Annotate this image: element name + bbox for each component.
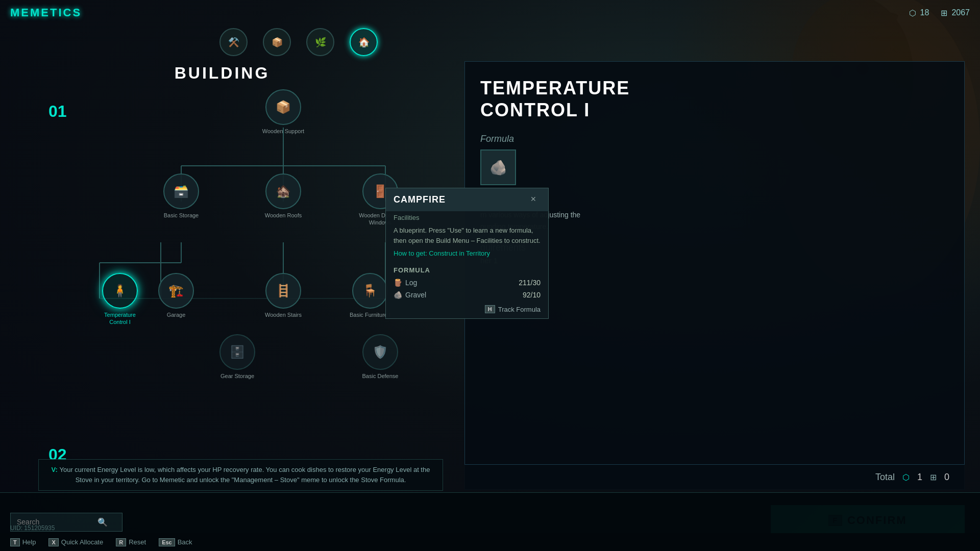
top-right-stats: ⬡ 18 ⊞ 2067 <box>908 8 970 17</box>
gear-storage-label: Gear Storage <box>220 372 254 380</box>
hint-reset-key: R <box>116 538 126 546</box>
node-wooden-roofs[interactable]: 🏚️ Wooden Roofs <box>258 173 309 219</box>
node-basic-defense[interactable]: 🛡️ Basic Defense <box>355 334 406 380</box>
game-title: MEMETICS <box>10 6 82 19</box>
bottom-message-strip: V: Your current Energy Level is low, whi… <box>38 459 443 491</box>
node-wooden-support[interactable]: 📦 Wooden Support <box>258 89 309 135</box>
basic-storage-icon: 🗃️ <box>163 173 199 209</box>
message-body: Your current Energy Level is low, which … <box>59 466 430 484</box>
hint-back-label: Back <box>178 538 192 546</box>
tab-storage[interactable]: 📦 <box>263 28 291 56</box>
track-key-badge: H <box>485 305 495 313</box>
formula-section: Formula 🪨 <box>480 134 949 185</box>
requirements-title: quirements <box>480 242 949 253</box>
ingredient-log: 🪵 Log <box>394 279 417 287</box>
details-section: Details rn various ways of adjusting the… <box>480 195 949 232</box>
hint-back[interactable]: Esc Back <box>159 538 192 546</box>
node-gear-storage[interactable]: 🗄️ Gear Storage <box>212 334 263 380</box>
node-wooden-stairs[interactable]: 🪜 Wooden Stairs <box>258 273 309 318</box>
log-amount: 211/30 <box>519 279 541 287</box>
basic-furniture-label: Basic Furniture I <box>350 311 390 318</box>
gravel-icon: 🪨 <box>394 291 402 299</box>
node-basic-storage[interactable]: 🗃️ Basic Storage <box>156 173 207 219</box>
requirements-section: quirements her 1 <box>480 242 949 265</box>
track-label: Track Formula <box>498 306 541 313</box>
ingredient-gravel: 🪨 Gravel <box>394 291 426 299</box>
message-prefix: V: <box>52 466 60 473</box>
tab-combat[interactable]: ⚒️ <box>219 28 248 56</box>
details-title: Details <box>480 195 949 206</box>
details-body: rn various ways of adjusting theounding … <box>480 209 949 232</box>
total-val2: 0 <box>944 472 949 483</box>
temperature-control-icon: 🧍 <box>102 273 138 309</box>
section-number-1: 01 <box>48 102 67 121</box>
campfire-popup-title: CAMPFIRE <box>394 194 446 205</box>
wooden-support-label: Wooden Support <box>262 128 304 135</box>
total-icon-2: ⊞ <box>930 472 937 482</box>
campfire-how-to-get: How to get: Construct in Territory <box>386 249 548 262</box>
hint-help-key: T <box>10 538 20 546</box>
temperature-control-label: Temperature Control I <box>94 311 145 326</box>
campfire-popup-header: CAMPFIRE ✕ <box>386 188 548 211</box>
requirement-item: her 1 <box>480 256 949 265</box>
tab-nature[interactable]: 🌿 <box>306 28 334 56</box>
currency-icon: ⊞ <box>939 8 948 17</box>
wooden-stairs-label: Wooden Stairs <box>265 311 302 318</box>
log-icon: 🪵 <box>394 279 402 287</box>
campfire-ingredient-1: 🪵 Log 211/30 <box>386 277 548 289</box>
track-formula-button[interactable]: H Track Formula <box>394 305 541 313</box>
hint-quick-allocate-key: X <box>48 538 58 546</box>
stat-currency-value: 2067 <box>951 8 970 17</box>
campfire-formula-label: FORMULA <box>386 262 548 277</box>
campfire-popup-subtitle: Facilities <box>386 211 548 221</box>
campfire-popup: CAMPFIRE ✕ Facilities A blueprint. Press… <box>385 188 549 319</box>
wooden-roofs-icon: 🏚️ <box>265 173 301 209</box>
log-name: Log <box>405 279 417 287</box>
total-icon-1: ⬡ <box>902 472 910 482</box>
hint-reset[interactable]: R Reset <box>116 538 146 546</box>
hint-help-label: Help <box>22 538 36 546</box>
total-bar: Total ⬡ 1 ⊞ 0 <box>464 464 965 490</box>
tab-row: ⚒️ 📦 🌿 🏠 <box>153 28 444 56</box>
total-val1: 1 <box>917 472 922 483</box>
wooden-support-icon: 📦 <box>265 89 301 125</box>
gear-storage-icon: 🗄️ <box>219 334 255 370</box>
wooden-roofs-label: Wooden Roofs <box>265 212 302 219</box>
campfire-close-button[interactable]: ✕ <box>530 195 541 205</box>
knowledge-icon: ⬡ <box>908 8 917 17</box>
campfire-popup-description: A blueprint. Press "Use" to learn a new … <box>386 221 548 249</box>
hint-back-key: Esc <box>159 538 175 546</box>
campfire-ingredient-2: 🪨 Gravel 92/10 <box>386 289 548 301</box>
gravel-name: Gravel <box>405 291 426 299</box>
formula-item-box: 🪨 <box>480 149 516 185</box>
panel-title-text: TEMPERATURECONTROL I <box>480 78 630 120</box>
basic-storage-label: Basic Storage <box>164 212 199 219</box>
uid-display: UID: 151205935 <box>10 524 55 532</box>
tech-tree: 📦 Wooden Support 🗃️ Basic Storage 🏚️ Woo… <box>38 84 444 490</box>
wooden-stairs-icon: 🪜 <box>265 273 301 309</box>
bottom-hint-bar: T Help X Quick Allocate R Reset Esc Back <box>0 533 980 551</box>
hint-reset-label: Reset <box>129 538 146 546</box>
garage-icon: 🏗️ <box>158 273 194 309</box>
hint-quick-allocate-label: Quick Allocate <box>61 538 103 546</box>
panel-title: TEMPERATURECONTROL I <box>480 77 949 121</box>
page-title: BUILDING <box>0 64 444 83</box>
node-temperature-control[interactable]: 🧍 Temperature Control I <box>94 273 145 326</box>
basic-furniture-icon: 🪑 <box>352 273 388 309</box>
gravel-amount: 92/10 <box>523 291 541 299</box>
basic-defense-icon: 🛡️ <box>362 334 398 370</box>
node-garage[interactable]: 🏗️ Garage <box>151 273 202 318</box>
stat-currency: ⊞ 2067 <box>939 8 970 17</box>
basic-defense-label: Basic Defense <box>362 372 399 380</box>
search-icon: 🔍 <box>97 517 108 527</box>
total-label: Total <box>875 472 895 483</box>
tab-building[interactable]: 🏠 <box>350 28 378 56</box>
top-bar: MEMETICS ⬡ 18 ⊞ 2067 <box>0 0 980 26</box>
garage-label: Garage <box>167 311 186 318</box>
stat-knowledge-value: 18 <box>920 8 929 17</box>
stat-knowledge: ⬡ 18 <box>908 8 929 17</box>
hint-quick-allocate[interactable]: X Quick Allocate <box>48 538 103 546</box>
formula-label: Formula <box>480 134 949 144</box>
hint-help[interactable]: T Help <box>10 538 36 546</box>
